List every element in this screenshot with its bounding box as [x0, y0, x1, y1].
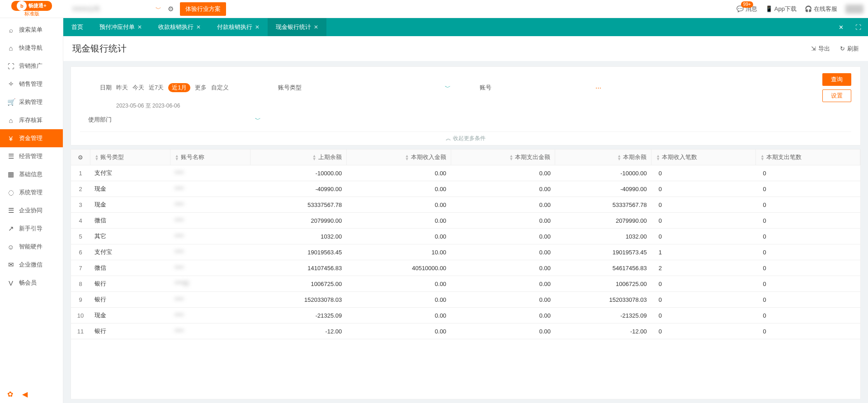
cell-account-name: ****	[170, 308, 250, 323]
date-option[interactable]: 更多	[195, 84, 207, 92]
logo: b畅捷通+ 标准版	[5, 1, 59, 17]
cell-prev-balance: -10000.00	[250, 165, 346, 181]
table-row[interactable]: 3现金****53337567.780.000.0053337567.7800	[71, 197, 860, 213]
cell-account-name: ****	[170, 292, 250, 308]
sort-icon: ▲▼	[175, 155, 179, 161]
cell-account-type: 现金	[90, 197, 170, 213]
sidebar-item-1[interactable]: ⌂快捷导航	[0, 39, 63, 57]
online-service-link[interactable]: 🎧 在线客服	[805, 5, 837, 13]
sort-icon: ▲▼	[312, 155, 316, 161]
more-filters-icon[interactable]: ⋯	[595, 84, 602, 91]
company-selector[interactable]: XXXX公司	[72, 5, 149, 13]
messages-link[interactable]: 💬 消息 99+	[736, 5, 757, 13]
settings-button[interactable]: 设置	[822, 89, 851, 102]
close-icon[interactable]: ✕	[255, 24, 259, 30]
tab-1[interactable]: 预付冲应付单✕	[91, 18, 150, 36]
sidebar-item-11[interactable]: ↗新手引导	[0, 220, 63, 238]
sidebar-item-0[interactable]: ⌕搜索菜单	[0, 21, 63, 39]
sidebar-icon: ✉	[7, 261, 14, 269]
tab-2[interactable]: 收款核销执行✕	[150, 18, 209, 36]
table-row[interactable]: 8银行****行1006725.000.000.001006725.0000	[71, 276, 860, 292]
date-option[interactable]: 今天	[132, 84, 144, 92]
app-download-link[interactable]: 📱 App下载	[765, 5, 797, 13]
dept-select[interactable]: ﹀	[116, 113, 261, 126]
collapse-filters-button[interactable]: ︽ 收起更多条件	[80, 131, 851, 145]
date-option[interactable]: 昨天	[116, 84, 128, 92]
avatar[interactable]	[845, 5, 863, 14]
tab-0[interactable]: 首页	[63, 18, 91, 36]
column-header[interactable]: ▲▼本期支出金额	[451, 150, 555, 165]
tab-3[interactable]: 付款核销执行✕	[209, 18, 268, 36]
cell-expense-count: 0	[756, 260, 860, 276]
cell-income-amount: 10.00	[346, 244, 451, 260]
table-row[interactable]: 2现金****-40990.000.000.00-40990.0000	[71, 181, 860, 197]
close-icon[interactable]: ✕	[137, 24, 142, 30]
sidebar-item-12[interactable]: ☺智能硬件	[0, 238, 63, 256]
cell-income-amount: 0.00	[346, 197, 451, 213]
table-row[interactable]: 10现金****-21325.090.000.00-21325.0900	[71, 308, 860, 323]
sidebar-bottom: ✿ ◀	[0, 385, 63, 403]
account-type-select[interactable]: ﹀	[306, 81, 451, 94]
sidebar-item-7[interactable]: ☰经营管理	[0, 147, 63, 165]
sidebar-icon: ⌂	[7, 117, 14, 124]
cell-prev-balance: 152033078.03	[250, 292, 346, 308]
cell-expense-amount: 0.00	[451, 213, 555, 229]
cell-income-amount: 0.00	[346, 292, 451, 308]
table-row[interactable]: 7微信****14107456.8340510000.000.005461745…	[71, 260, 860, 276]
column-header[interactable]: ▲▼本期收入笔数	[651, 150, 756, 165]
sidebar-icon: ¥	[7, 135, 14, 142]
tab-label: 收款核销执行	[158, 23, 193, 31]
table-row[interactable]: 4微信****2079990.000.000.002079990.0000	[71, 213, 860, 229]
cell-income-count: 0	[651, 181, 756, 197]
sidebar-item-2[interactable]: ⛶营销推广	[0, 57, 63, 75]
settings-gear-icon[interactable]: ✿	[7, 390, 13, 398]
table-row[interactable]: 11银行****-12.000.000.00-12.0000	[71, 323, 860, 339]
close-tab-icon[interactable]: ✕	[834, 20, 848, 34]
cell-expense-count: 0	[756, 197, 860, 213]
date-option[interactable]: 近7天	[149, 84, 164, 92]
sidebar-item-3[interactable]: ✧销售管理	[0, 75, 63, 93]
sidebar-item-13[interactable]: ✉企业微信	[0, 256, 63, 274]
row-index: 9	[71, 292, 90, 308]
chevron-down-icon[interactable]: ﹀	[156, 5, 161, 13]
column-header[interactable]: ▲▼本期余额	[555, 150, 651, 165]
cell-account-name: ****	[170, 229, 250, 244]
sidebar-item-8[interactable]: ▦基础信息	[0, 165, 63, 183]
close-icon[interactable]: ✕	[314, 24, 318, 30]
table-row[interactable]: 1支付宝****-10000.000.000.00-10000.0000	[71, 165, 860, 181]
experience-plan-button[interactable]: 体验行业方案	[180, 2, 226, 16]
column-header[interactable]: ▲▼账号名称	[170, 150, 250, 165]
cell-expense-amount: 0.00	[451, 229, 555, 244]
table-row[interactable]: 9银行****152033078.030.000.00152033078.030…	[71, 292, 860, 308]
sidebar-item-5[interactable]: ⌂库存核算	[0, 111, 63, 129]
table-row[interactable]: 5其它****1032.000.000.001032.0000	[71, 229, 860, 244]
tab-4[interactable]: 现金银行统计✕	[268, 18, 326, 36]
table-settings-header[interactable]: ⚙	[71, 150, 90, 165]
gear-icon[interactable]: ⚙	[168, 5, 174, 13]
cell-expense-amount: 0.00	[451, 244, 555, 260]
collapse-sidebar-icon[interactable]: ◀	[22, 390, 28, 398]
refresh-button[interactable]: ↻ 刷新	[840, 45, 859, 53]
date-option[interactable]: 近1月	[168, 83, 190, 92]
close-icon[interactable]: ✕	[196, 24, 201, 30]
column-header[interactable]: ▲▼本期收入金额	[346, 150, 451, 165]
cell-expense-amount: 0.00	[451, 197, 555, 213]
sidebar-item-label: 经营管理	[19, 152, 42, 160]
sidebar-item-10[interactable]: ☰企业协同	[0, 202, 63, 220]
table-row[interactable]: 6支付宝****19019563.4510.000.0019019573.451…	[71, 244, 860, 260]
cell-balance: 53337567.78	[555, 197, 651, 213]
column-header[interactable]: ▲▼账号类型	[90, 150, 170, 165]
date-option[interactable]: 自定义	[211, 84, 229, 92]
export-button[interactable]: ⇲ 导出	[811, 45, 830, 53]
column-header[interactable]: ▲▼上期余额	[250, 150, 346, 165]
column-header[interactable]: ▲▼本期支出笔数	[756, 150, 860, 165]
sidebar-item-9[interactable]: ◌系统管理	[0, 183, 63, 202]
query-button[interactable]: 查询	[822, 73, 851, 86]
fullscreen-icon[interactable]: ⛶	[851, 20, 865, 34]
sidebar-item-14[interactable]: V畅会员	[0, 274, 63, 292]
sidebar-item-4[interactable]: 🛒采购管理	[0, 93, 63, 111]
cell-expense-amount: 0.00	[451, 292, 555, 308]
cell-balance: 2079990.00	[555, 213, 651, 229]
sidebar-icon: ▦	[7, 170, 14, 178]
sidebar-item-6[interactable]: ¥资金管理	[0, 129, 63, 147]
